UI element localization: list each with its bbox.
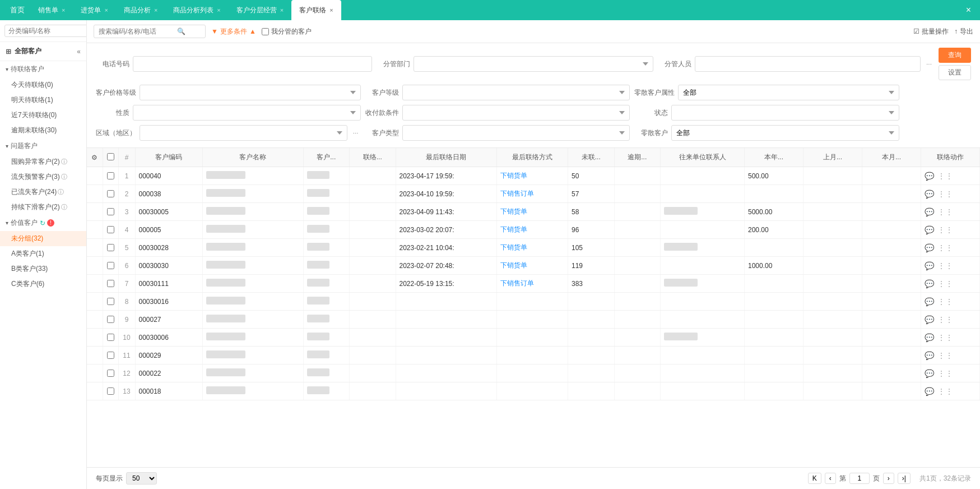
th-contact[interactable]: 联络... [350,148,396,167]
nav-sales[interactable]: 销售单 × [30,0,73,20]
chat-icon[interactable]: 💬 [925,279,934,288]
input-phone[interactable] [133,56,372,72]
th-type[interactable]: 客户... [303,148,350,167]
sidebar-item-churn-warning[interactable]: 流失预警客户(3) ⓘ [0,169,86,184]
close-all-tabs[interactable]: × [962,5,976,15]
sidebar-search-input[interactable] [4,25,87,37]
select-region[interactable] [140,125,347,141]
th-not-contacted[interactable]: 未联... [568,148,615,167]
nav-product-analysis[interactable]: 商品分析 × [116,0,165,20]
sidebar-item-tomorrow-pending[interactable]: 明天待联络(1) [0,93,86,108]
sidebar-item-unclassified[interactable]: 未分组(32) [0,231,86,246]
more-icon[interactable]: ⋮⋮ [937,243,953,252]
th-code[interactable]: 客户编码 [135,148,202,167]
more-icon[interactable]: ⋮⋮ [937,261,953,270]
query-button[interactable]: 查询 [939,48,971,63]
th-checkbox[interactable] [103,148,118,167]
my-customers-checkbox[interactable] [262,28,269,35]
sidebar-item-week-pending[interactable]: 近7天待联络(0) [0,108,86,123]
select-nature[interactable] [133,105,361,121]
more-icon[interactable]: ⋮⋮ [937,190,953,199]
contact-method-link[interactable]: 下销货单 [500,172,527,179]
sidebar-item-churned[interactable]: 已流失客户(24) ⓘ [0,184,86,200]
more-icon[interactable]: ⋮⋮ [937,297,953,306]
close-customer-contact-tab[interactable]: × [329,7,333,13]
close-product-analysis-list-tab[interactable]: × [217,7,220,13]
select-dept[interactable] [414,56,653,72]
sidebar-item-class-a[interactable]: A类客户(1) [0,246,86,261]
sidebar-section-value[interactable]: ▾ 价值客户 ↻ ! [0,215,86,231]
first-page-btn[interactable]: K [808,473,821,484]
sidebar-section-problem[interactable]: ▾ 问题客户 [0,138,86,154]
chat-icon[interactable]: 💬 [925,351,934,360]
th-last-contact-date[interactable]: 最后联络日期 [396,148,496,167]
row-checkbox[interactable] [107,352,114,359]
chat-icon[interactable]: 💬 [925,387,934,396]
chat-icon[interactable]: 💬 [925,333,934,342]
row-checkbox[interactable] [107,172,114,179]
chat-icon[interactable]: 💬 [925,369,934,378]
nav-product-analysis-list[interactable]: 商品分析列表 × [165,0,228,20]
more-icon[interactable]: ⋮⋮ [937,207,953,216]
sidebar-item-class-b[interactable]: B类客户(33) [0,261,86,276]
more-icon[interactable]: ⋮⋮ [937,172,953,181]
row-checkbox[interactable] [107,316,114,323]
row-checkbox[interactable] [107,280,114,287]
row-checkbox[interactable] [107,244,114,251]
sidebar-section-pending[interactable]: ▾ 待联络客户 [0,61,86,77]
th-this-year[interactable]: 本年... [745,148,803,167]
more-icon[interactable]: ⋮⋮ [937,333,953,342]
contact-method-link[interactable]: 下销售订单 [500,279,534,287]
select-customer-type[interactable] [402,125,630,141]
nav-home[interactable]: 首页 [4,0,30,20]
sidebar-item-today-pending[interactable]: 今天待联络(0) [0,77,86,93]
reset-button[interactable]: 设置 [939,65,971,80]
collapse-icon[interactable]: « [77,48,81,56]
row-checkbox[interactable] [107,334,114,341]
th-last-contact-method[interactable]: 最后联络方式 [496,148,568,167]
th-company-contact[interactable]: 往来单位联系人 [661,148,745,167]
select-customer-level[interactable] [402,85,630,100]
select-all-checkbox[interactable] [107,153,114,160]
row-checkbox[interactable] [107,298,114,305]
nav-purchase[interactable]: 进货单 × [73,0,115,20]
next-page-btn[interactable]: › [883,473,894,484]
main-search-input[interactable] [99,27,177,35]
nav-customer-segment[interactable]: 客户分层经营 × [229,0,291,20]
close-product-analysis-tab[interactable]: × [154,7,157,13]
more-icon[interactable]: ⋮⋮ [937,387,953,396]
row-checkbox[interactable] [107,387,114,395]
contact-method-link[interactable]: 下销货单 [500,243,527,251]
more-icon[interactable]: ⋮⋮ [937,369,953,378]
chat-icon[interactable]: 💬 [925,207,934,216]
chat-icon[interactable]: 💬 [925,315,934,324]
export-btn[interactable]: ↑ 导出 [954,27,973,36]
last-page-btn[interactable]: ›| [898,473,911,484]
per-page-select[interactable]: 50 100 200 [126,472,157,485]
region-dots-btn[interactable]: ··· [351,129,361,137]
sidebar-all-customers[interactable]: ⊞ 全部客户 « [0,42,86,61]
contact-method-link[interactable]: 下销售订单 [500,190,534,197]
batch-operation-btn[interactable]: ☑ 批量操作 [913,27,949,36]
select-scatter-attr[interactable]: 全部 [678,85,899,100]
person-dots-btn[interactable]: ··· [924,60,934,68]
th-overdue[interactable]: 逾期... [614,148,661,167]
contact-method-link[interactable]: 下销货单 [500,225,527,233]
refresh-icon[interactable]: ↻ [40,219,45,227]
more-icon[interactable]: ⋮⋮ [937,279,953,288]
sidebar-item-hoarding[interactable]: 囤购异常客户(2) ⓘ [0,154,86,169]
more-icon[interactable]: ⋮⋮ [937,225,953,234]
th-gear[interactable]: ⚙ [87,148,103,167]
chat-icon[interactable]: 💬 [925,261,934,270]
select-status[interactable] [671,105,899,121]
sidebar-item-class-c[interactable]: C类客户(6) [0,276,86,292]
chat-icon[interactable]: 💬 [925,243,934,252]
chat-icon[interactable]: 💬 [925,172,934,181]
contact-method-link[interactable]: 下销货单 [500,261,527,269]
row-checkbox[interactable] [107,370,114,377]
row-checkbox[interactable] [107,208,114,215]
close-purchase-tab[interactable]: × [104,7,108,13]
sidebar-item-declining[interactable]: 持续下滑客户(2) ⓘ [0,200,86,215]
row-checkbox[interactable] [107,262,114,269]
th-this-month[interactable]: 本月... [862,148,921,167]
